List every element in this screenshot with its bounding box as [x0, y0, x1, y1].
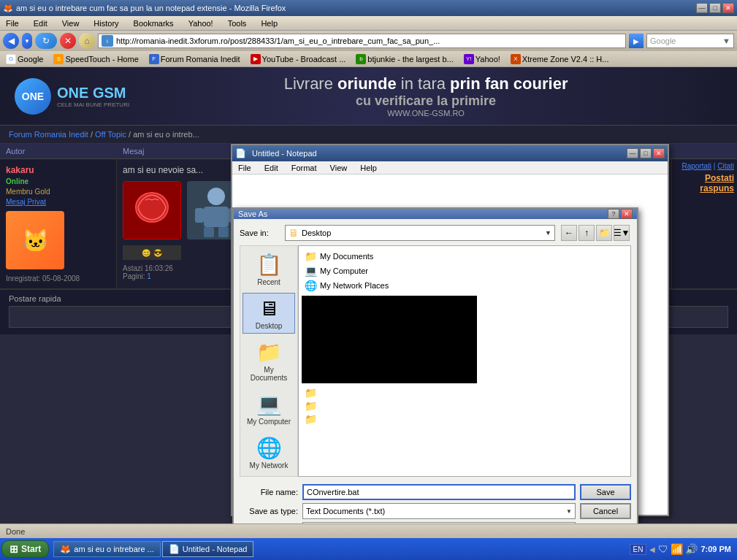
savein-dropdown-arrow: ▼	[545, 229, 551, 237]
menu-view[interactable]: View	[59, 18, 83, 28]
bookmark-google[interactable]: G Google	[3, 53, 46, 65]
toolbar-view[interactable]: ☰▼	[614, 225, 630, 241]
tray-icons: 🛡 📶 🔊	[658, 543, 698, 555]
page-1-link[interactable]: 1	[147, 272, 151, 280]
cancel-button[interactable]: Cancel	[580, 503, 631, 519]
bookmark-youtube[interactable]: ▶ YouTube - Broadcast ...	[248, 53, 349, 65]
shortcut-mycomputer[interactable]: 💻 My Computer	[302, 264, 627, 278]
home-button[interactable]: ⌂	[79, 33, 95, 49]
toolbar-up[interactable]: ↑	[578, 225, 595, 241]
back-button[interactable]: ◀	[3, 33, 19, 49]
folder-icon-3: 📁	[305, 413, 317, 425]
dialog-buttons: ? ✕	[608, 209, 633, 219]
notepad-maximize[interactable]: □	[640, 148, 652, 158]
menu-bookmarks[interactable]: Bookmarks	[131, 18, 177, 28]
sidebar-mynetwork[interactable]: 🌐 My Network	[243, 432, 295, 473]
toolbar-newfolder[interactable]: 📁	[596, 225, 612, 241]
close-button[interactable]: ✕	[722, 3, 734, 13]
folder-item-1[interactable]: 📁	[302, 386, 627, 399]
notepad-menu-help[interactable]: Help	[357, 163, 380, 173]
dialog-main-area: 📋 Recent 🖥 Desktop 📁	[240, 245, 631, 477]
sidebar-desktop-label: Desktop	[256, 322, 283, 330]
system-tray: EN ◀ 🛡 📶 🔊 7:09 PM	[625, 543, 736, 555]
menu-tools[interactable]: Tools	[225, 18, 250, 28]
savetype-select[interactable]: Text Documents (*.txt) ▼	[302, 503, 576, 519]
address-text[interactable]: http://romania-inedit.3xforum.ro/post/28…	[116, 37, 622, 45]
sidebar-mynetwork-label: My Network	[250, 461, 289, 469]
notepad-menu-format[interactable]: Format	[289, 163, 320, 173]
sidebar-desktop[interactable]: 🖥 Desktop	[243, 293, 295, 334]
content-area: Autor Mesaj kakaru Online Membru Gold Me…	[0, 144, 737, 334]
menu-help[interactable]: Help	[258, 18, 280, 28]
bookmark-btjunkie[interactable]: b btjunkie - the largest b...	[353, 53, 456, 65]
status-bar: Done	[0, 523, 737, 538]
taskbar-items: 🦊 am si eu o intrebare ... 📄 Untitled - …	[50, 541, 623, 557]
notepad-minimize[interactable]: —	[627, 148, 638, 158]
bookmark-xtreme[interactable]: X Xtreme Zone V2.4 :: H...	[508, 53, 612, 65]
folder-item-2[interactable]: 📁	[302, 399, 627, 413]
menu-bar: File Edit View History Bookmarks Yahoo! …	[0, 16, 737, 31]
menu-file[interactable]: File	[3, 18, 22, 28]
sidebar-recent[interactable]: 📋 Recent	[243, 249, 295, 290]
bookmark-btjunkie-label: btjunkie - the largest b...	[367, 55, 453, 64]
search-box: Google ▼	[646, 34, 734, 48]
dialog-help[interactable]: ?	[608, 209, 619, 219]
refresh-button[interactable]: ↻	[35, 33, 57, 49]
bookmark-speedtouch[interactable]: S SpeedTouch - Home	[50, 53, 141, 65]
sidebar-mydocs[interactable]: 📁 My Documents	[243, 337, 295, 386]
svg-rect-8	[218, 227, 229, 237]
go-button[interactable]: ▶	[629, 34, 644, 48]
author-pm[interactable]: Mesaj Privat	[6, 198, 110, 206]
back-button2[interactable]: ▼	[22, 33, 32, 49]
raportati-link[interactable]: Raportati	[681, 162, 711, 170]
postati-raspuns-button[interactable]: Postati raspuns	[700, 173, 734, 193]
author-name[interactable]: kakaru	[6, 165, 110, 175]
menu-history[interactable]: History	[91, 18, 121, 28]
savein-select[interactable]: 🖥 Desktop ▼	[285, 225, 555, 241]
filename-row: File name: Save	[240, 484, 631, 500]
search-button[interactable]: ▼	[722, 37, 730, 45]
breadcrumb-forum[interactable]: Forum Romania Inedit	[9, 130, 88, 139]
breadcrumb-current: am si eu o intreb...	[133, 130, 199, 139]
menu-yahoo[interactable]: Yahoo!	[186, 18, 216, 28]
stop-button[interactable]: ✕	[60, 33, 76, 49]
taskbar-notepad[interactable]: 📄 Untitled - Notepad	[162, 541, 254, 557]
notepad-menu-edit[interactable]: Edit	[261, 163, 281, 173]
bookmark-forum[interactable]: F Forum Romania Inedit	[146, 53, 243, 65]
breadcrumb-offtopic[interactable]: Off Topic	[95, 130, 126, 139]
dialog-close[interactable]: ✕	[621, 209, 633, 219]
notepad-menu-view[interactable]: View	[327, 163, 351, 173]
clock: 7:09 PM	[700, 545, 731, 553]
sidebar-mycomputer[interactable]: 💻 My Computer	[243, 388, 295, 429]
bookmark-yahoo[interactable]: Y! Yahoo!	[461, 53, 503, 65]
notepad-menu-file[interactable]: File	[235, 163, 254, 173]
savein-row: Save in: 🖥 Desktop ▼ ← ↑	[240, 225, 631, 241]
sidebar-mydocs-label: My Documents	[246, 366, 291, 382]
shortcut-mynetwork[interactable]: 🌐 My Network Places	[302, 278, 627, 293]
notepad-icon: 📄	[235, 148, 246, 158]
avatar-image: 🐱	[6, 211, 64, 269]
breadcrumb: Forum Romania Inedit / Off Topic / am si…	[0, 126, 737, 144]
start-label: Start	[21, 544, 41, 554]
shortcut-mydocs[interactable]: 📁 My Documents	[302, 249, 627, 264]
save-button[interactable]: Save	[580, 484, 631, 500]
svg-rect-5	[195, 208, 204, 223]
logo-area: ONE ONE GSM CELE MAI BUNE PRETURI	[15, 78, 129, 115]
savetype-value: Text Documents (*.txt)	[306, 507, 385, 515]
address-bar: i http://romania-inedit.3xforum.ro/post/…	[98, 34, 626, 48]
citati-link[interactable]: Citati	[717, 162, 734, 170]
folder-item-3[interactable]: 📁	[302, 413, 627, 426]
taskbar-firefox[interactable]: 🦊 am si eu o intrebare ...	[53, 541, 160, 557]
menu-edit[interactable]: Edit	[31, 18, 50, 28]
toolbar-back[interactable]: ←	[561, 225, 577, 241]
encoding-select[interactable]: ANSI ▼	[302, 522, 576, 523]
maximize-button[interactable]: □	[709, 3, 721, 13]
filename-input[interactable]	[302, 484, 576, 500]
author-rank: Membru Gold	[6, 188, 110, 196]
start-button[interactable]: ⊞ Start	[1, 540, 49, 558]
pages-label: Pagini:	[123, 272, 145, 280]
tray-arrow: ◀	[649, 545, 655, 553]
post-actions: Raportati | Citati Postati raspuns	[671, 159, 737, 288]
notepad-close[interactable]: ✕	[653, 148, 665, 158]
minimize-button[interactable]: —	[696, 3, 708, 13]
